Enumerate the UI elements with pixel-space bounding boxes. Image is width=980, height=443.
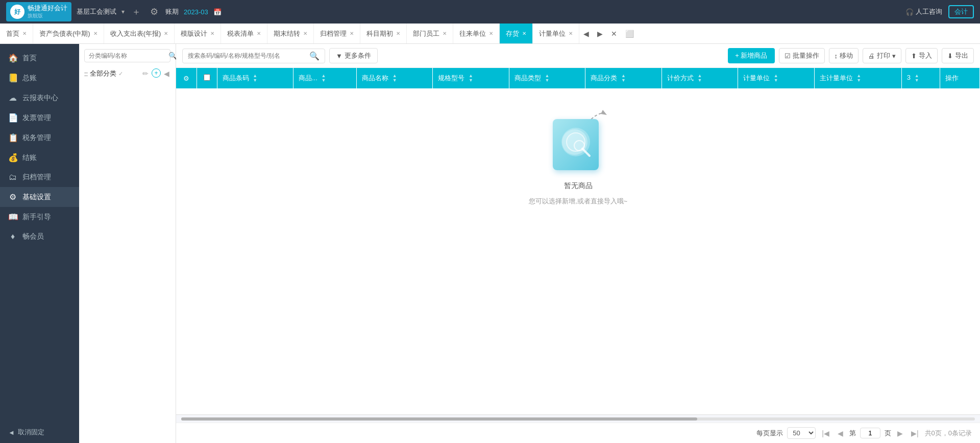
col-price-method[interactable]: 计价方式 ▲▼ (662, 68, 738, 88)
category-search-input[interactable] (89, 52, 165, 59)
tab-period-end[interactable]: 期末结转 ✕ (267, 24, 314, 44)
sidebar-item-settings[interactable]: ⚙ 基础设置 (0, 187, 79, 207)
scroll-thumb[interactable] (181, 417, 697, 421)
page-next-button[interactable]: ▶ (895, 428, 905, 438)
tab-subject[interactable]: 科目期初 ✕ (360, 24, 407, 44)
tab-partner[interactable]: 往来单位 ✕ (453, 24, 500, 44)
move-button[interactable]: ↕ 移动 (829, 48, 859, 63)
sidebar-guide-label: 新手引导 (22, 213, 51, 222)
tab-taxlist-close[interactable]: ✕ (257, 31, 261, 36)
tab-archive-close[interactable]: ✕ (350, 31, 354, 36)
sidebar-item-tax[interactable]: 📋 税务管理 (0, 128, 79, 148)
page-number-input[interactable] (860, 428, 880, 438)
per-page-select[interactable]: 50 100 200 (787, 427, 816, 439)
calendar-icon[interactable]: 📅 (213, 8, 222, 16)
category-all-label[interactable]: :: 全部分类 ✓ (84, 69, 123, 78)
sort-main-unit-icon[interactable]: ▲▼ (856, 74, 861, 83)
tab-template[interactable]: 模版设计 ✕ (175, 24, 221, 44)
tab-close-all-button[interactable]: ✕ (607, 30, 621, 38)
batch-button[interactable]: ☑ 批量操作 (779, 48, 825, 63)
sidebar-item-ledger[interactable]: 📒 总账 (0, 68, 79, 88)
export-button[interactable]: ⬇ 导出 (942, 48, 974, 63)
sidebar-item-guide[interactable]: 📖 新手引导 (0, 207, 79, 227)
account-button[interactable]: 会计 (948, 5, 974, 18)
company-dropdown-icon[interactable]: ▾ (121, 8, 125, 15)
sidebar-item-member[interactable]: ♦ 畅会员 (0, 227, 79, 246)
tab-dept-label: 部门员工 (413, 29, 439, 38)
tab-expand-button[interactable]: ⬜ (621, 30, 638, 38)
tab-template-close[interactable]: ✕ (210, 31, 214, 36)
tab-balance-close[interactable]: ✕ (93, 31, 97, 36)
tab-income-close[interactable]: ✕ (164, 31, 168, 36)
sort-category-icon[interactable]: ▲▼ (621, 74, 626, 83)
category-search-box[interactable]: 🔍 (84, 49, 170, 62)
search-bar-icon[interactable]: 🔍 (309, 51, 320, 61)
page-prev-button[interactable]: ◀ (836, 428, 845, 438)
sidebar-item-settle[interactable]: 💰 结账 (0, 148, 79, 168)
sort-type-icon[interactable]: ▲▼ (545, 74, 550, 83)
new-product-button[interactable]: + 新增商品 (728, 48, 774, 63)
settle-icon: 💰 (8, 153, 17, 162)
col-extra[interactable]: 3 ▲▼ (901, 68, 940, 88)
sidebar-item-home[interactable]: 🏠 首页 (0, 48, 79, 68)
tab-inventory[interactable]: 存货 ✕ (500, 24, 533, 44)
col-type[interactable]: 商品类型 ▲▼ (509, 68, 585, 88)
tab-prev-button[interactable]: ◀ (579, 30, 593, 38)
tab-taxlist[interactable]: 税表清单 ✕ (221, 24, 267, 44)
sidebar-item-cloud[interactable]: ☁ 云报表中心 (0, 88, 79, 108)
page-last-button[interactable]: ▶| (909, 428, 921, 438)
category-edit-icon[interactable]: ✏ (141, 68, 150, 79)
col-spec[interactable]: 规格型号 ▲▼ (433, 68, 509, 88)
add-tab-button[interactable]: ＋ (130, 6, 143, 18)
sort-spec-icon[interactable]: ▲▼ (469, 74, 473, 83)
tab-inventory-close[interactable]: ✕ (522, 31, 526, 36)
table-settings-col[interactable]: ⚙ (176, 68, 197, 88)
sort-barcode-icon[interactable]: ▲▼ (253, 74, 257, 83)
sidebar-item-archive[interactable]: 🗂 归档管理 (0, 168, 79, 187)
col-category[interactable]: 商品分类 ▲▼ (585, 68, 662, 88)
page-first-button[interactable]: |◀ (820, 428, 831, 438)
col-unit[interactable]: 计量单位 ▲▼ (738, 68, 814, 88)
tab-unit-close[interactable]: ✕ (569, 31, 573, 36)
col-barcode[interactable]: 商品条码 ▲▼ (217, 68, 293, 88)
category-add-icon[interactable]: + (152, 68, 161, 78)
tab-home[interactable]: 首页 ✕ (0, 24, 33, 44)
sort-unit-icon[interactable]: ▲▼ (774, 74, 778, 83)
sort-code-icon[interactable]: ▲▼ (321, 74, 326, 83)
tab-partner-close[interactable]: ✕ (489, 31, 493, 36)
product-search-input[interactable] (188, 52, 307, 59)
tab-next-button[interactable]: ▶ (593, 30, 607, 38)
print-button[interactable]: 🖨 打印 ▾ (863, 48, 901, 63)
tab-unit[interactable]: 计量单位 ✕ (533, 24, 579, 44)
filter-button[interactable]: ▼ 更多条件 (329, 48, 378, 63)
scroll-track[interactable] (181, 417, 975, 421)
tab-income[interactable]: 收入支出表(年报) ✕ (104, 24, 175, 44)
company-name[interactable]: 基层工会测试 (77, 7, 116, 16)
tab-dept[interactable]: 部门员工 ✕ (407, 24, 453, 44)
sort-price-icon[interactable]: ▲▼ (697, 74, 702, 83)
tab-subject-label: 科目期初 (366, 29, 393, 38)
col-name[interactable]: 商品名称 ▲▼ (357, 68, 433, 88)
sort-name-icon[interactable]: ▲▼ (393, 74, 397, 83)
tab-balance[interactable]: 资产负债表(中期) ✕ (33, 24, 104, 44)
main-layout: 🏠 首页 📒 总账 ☁ 云报表中心 📄 发票管理 📋 税务管理 💰 结账 🗂 归… (0, 44, 980, 443)
table-checkbox-col[interactable] (197, 68, 217, 88)
tab-archive[interactable]: 归档管理 ✕ (314, 24, 360, 44)
product-search-bar[interactable]: 🔍 (182, 49, 325, 63)
consult-button[interactable]: 🎧 人工咨询 (905, 7, 942, 16)
sidebar-item-invoice[interactable]: 📄 发票管理 (0, 108, 79, 128)
horizontal-scrollbar[interactable] (176, 414, 980, 423)
import-button[interactable]: ⬆ 导入 (905, 48, 938, 63)
select-all-checkbox[interactable] (204, 74, 210, 81)
tab-period-end-close[interactable]: ✕ (303, 31, 307, 36)
period-value[interactable]: 2023-03 (184, 8, 208, 16)
col-code[interactable]: 商品... ▲▼ (293, 68, 356, 88)
tab-home-close[interactable]: ✕ (22, 31, 27, 36)
tab-subject-close[interactable]: ✕ (396, 31, 400, 36)
tab-dept-close[interactable]: ✕ (443, 31, 447, 36)
unpin-button[interactable]: ◄ 取消固定 (8, 428, 71, 437)
col-main-unit[interactable]: 主计量单位 ▲▼ (814, 68, 901, 88)
panel-collapse-icon[interactable]: ◀ (163, 68, 170, 79)
settings-button[interactable]: ⚙ (148, 6, 160, 17)
sort-extra-icon[interactable]: ▲▼ (915, 74, 919, 83)
